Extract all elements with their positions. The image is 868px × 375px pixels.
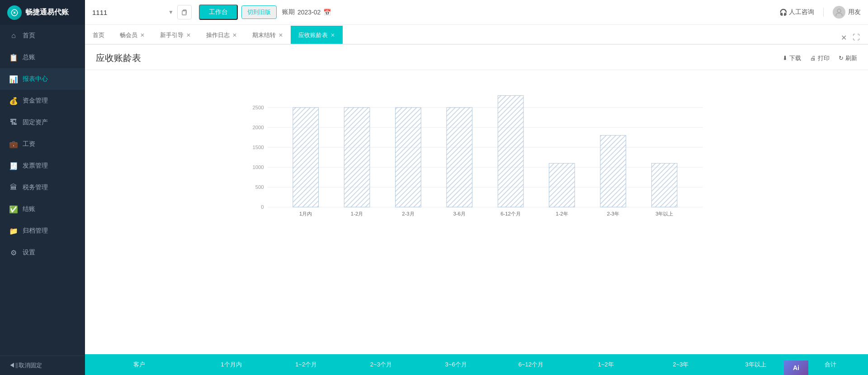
download-icon: ⬇ <box>783 55 788 61</box>
tab-close-icon[interactable]: ✕ <box>140 32 145 38</box>
maximize-tab-button[interactable]: ⛶ <box>850 31 863 44</box>
invoice-icon: 🧾 <box>9 161 18 170</box>
headset-icon: 🎧 <box>779 9 787 16</box>
sidebar-item-工资[interactable]: 💼工资 <box>0 133 85 155</box>
tab-actions: ✕ ⛶ <box>837 31 868 44</box>
print-button[interactable]: 🖨 打印 <box>810 54 830 62</box>
svg-text:1月内: 1月内 <box>299 211 312 216</box>
app-logo: 畅捷通易代账 <box>0 0 85 25</box>
tab-label: 新手引导 <box>160 31 184 39</box>
close-tab-button[interactable]: ✕ <box>837 31 850 44</box>
svg-rect-30 <box>498 96 524 207</box>
sidebar-item-资金管理[interactable]: 💰资金管理 <box>0 90 85 112</box>
top-header: 1111 ▼ 工作台 切到旧版 账期 2023-02 📅 🎧 人工咨询 <box>85 0 868 25</box>
svg-text:6-12个月: 6-12个月 <box>500 211 521 216</box>
tab-label: 首页 <box>93 31 104 39</box>
svg-text:1000: 1000 <box>252 164 264 170</box>
tab-label: 操作日志 <box>206 31 230 39</box>
home-icon: ⌂ <box>9 31 18 40</box>
svg-rect-36 <box>651 163 677 207</box>
tab-label: 期末结转 <box>252 31 276 39</box>
workbench-button[interactable]: 工作台 <box>199 5 238 20</box>
th-3年以上: 3年以上 <box>718 361 793 369</box>
th-3~6个月: 3~6个月 <box>419 361 494 369</box>
action-buttons: ⬇ 下载 🖨 打印 ↻ 刷新 <box>783 54 857 62</box>
unpin-button[interactable]: ◀‖取消固定 <box>0 356 85 375</box>
svg-rect-26 <box>396 108 421 207</box>
chart-area: 050010001500200025001月内1-2月2-3月3-6月6-12个… <box>85 70 868 354</box>
switch-version-button[interactable]: 切到旧版 <box>241 5 277 19</box>
svg-rect-28 <box>447 108 472 207</box>
tab-close-icon[interactable]: ✕ <box>186 32 191 38</box>
print-icon: 🖨 <box>810 55 816 61</box>
refresh-icon: ↻ <box>839 55 844 61</box>
tab-畅会员[interactable]: 畅会员✕ <box>112 26 152 44</box>
ai-badge[interactable]: Ai <box>784 361 808 375</box>
asset-icon: 🏗 <box>9 118 18 127</box>
user-menu[interactable]: 用友 <box>833 6 861 19</box>
tax-icon: 🏛 <box>9 183 18 192</box>
copy-button[interactable] <box>177 5 192 19</box>
svg-text:2500: 2500 <box>252 105 264 110</box>
sidebar-item-首页[interactable]: ⌂首页 <box>0 25 85 47</box>
svg-text:1500: 1500 <box>252 145 264 150</box>
page-title: 应收账龄表 <box>96 52 141 64</box>
company-name: 1111 <box>92 9 165 16</box>
calendar-icon: 📅 <box>323 9 331 16</box>
logo-icon <box>7 5 22 20</box>
sidebar: 畅捷通易代账 ⌂首页📋总账📊报表中心💰资金管理🏗固定资产💼工资🧾发票管理🏛税务管… <box>0 0 85 375</box>
settings-icon: ⚙ <box>9 248 18 257</box>
svg-rect-24 <box>344 108 370 207</box>
consult-label: 人工咨询 <box>789 8 814 16</box>
tab-label: 应收账龄表 <box>298 31 328 39</box>
salary-icon: 💼 <box>9 140 18 149</box>
sidebar-item-归档管理[interactable]: 📁归档管理 <box>0 220 85 242</box>
tab-close-icon[interactable]: ✕ <box>278 32 283 38</box>
sidebar-item-固定资产[interactable]: 🏗固定资产 <box>0 112 85 133</box>
tab-bar: 首页畅会员✕新手引导✕操作日志✕期末结转✕应收账龄表✕ ✕ ⛶ <box>85 25 868 45</box>
svg-point-1 <box>837 9 841 13</box>
tab-close-icon[interactable]: ✕ <box>330 32 335 38</box>
user-name: 用友 <box>848 8 861 16</box>
sidebar-item-结账[interactable]: ✅结账 <box>0 198 85 220</box>
sidebar-item-税务管理[interactable]: 🏛税务管理 <box>0 177 85 198</box>
tab-close-icon[interactable]: ✕ <box>232 32 237 38</box>
svg-text:3年以上: 3年以上 <box>656 211 673 216</box>
checkout-icon: ✅ <box>9 205 18 214</box>
archive-icon: 📁 <box>9 226 18 235</box>
download-button[interactable]: ⬇ 下载 <box>783 54 801 62</box>
divider <box>823 8 824 17</box>
company-selector[interactable]: 1111 ▼ <box>92 9 174 16</box>
tab-首页[interactable]: 首页 <box>85 26 112 44</box>
tab-应收账龄表[interactable]: 应收账龄表✕ <box>291 26 343 44</box>
unpin-label: ◀‖取消固定 <box>9 361 42 370</box>
svg-text:1-2年: 1-2年 <box>556 211 568 216</box>
tab-操作日志[interactable]: 操作日志✕ <box>198 26 245 44</box>
svg-rect-34 <box>600 136 626 207</box>
svg-text:2-3月: 2-3月 <box>402 211 414 216</box>
nav-list: ⌂首页📋总账📊报表中心💰资金管理🏗固定资产💼工资🧾发票管理🏛税务管理✅结账📁归档… <box>0 25 85 356</box>
refresh-button[interactable]: ↻ 刷新 <box>839 54 857 62</box>
th-1个月内: 1个月内 <box>194 361 269 369</box>
svg-text:1-2月: 1-2月 <box>351 211 363 216</box>
th-2~3年: 2~3年 <box>643 361 718 369</box>
sidebar-item-报表中心[interactable]: 📊报表中心 <box>0 68 85 90</box>
tab-新手引导[interactable]: 新手引导✕ <box>152 26 198 44</box>
svg-text:0: 0 <box>261 204 264 210</box>
consult-button[interactable]: 🎧 人工咨询 <box>779 8 814 16</box>
th-2~3个月: 2~3个月 <box>344 361 419 369</box>
period-selector[interactable]: 账期 2023-02 📅 <box>282 8 331 16</box>
header-right: 🎧 人工咨询 用友 <box>779 6 861 19</box>
fund-icon: 💰 <box>9 96 18 105</box>
tab-期末结转[interactable]: 期末结转✕ <box>245 26 291 44</box>
svg-rect-22 <box>293 108 319 207</box>
svg-text:3-6月: 3-6月 <box>453 211 466 216</box>
sidebar-item-设置[interactable]: ⚙设置 <box>0 242 85 263</box>
table-header: 客户1个月内1~2个月2~3个月3~6个月6~12个月1~2年2~3年3年以上合… <box>85 354 868 375</box>
report-icon: 📊 <box>9 75 18 84</box>
th-1~2年: 1~2年 <box>568 361 643 369</box>
sidebar-item-发票管理[interactable]: 🧾发票管理 <box>0 155 85 177</box>
th-1~2个月: 1~2个月 <box>269 361 344 369</box>
svg-text:500: 500 <box>255 184 264 190</box>
sidebar-item-总账[interactable]: 📋总账 <box>0 47 85 68</box>
